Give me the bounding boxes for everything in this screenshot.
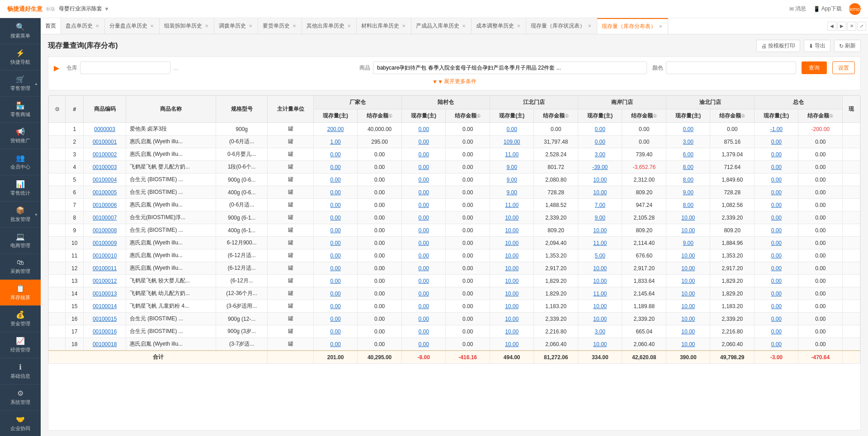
row-c2-qty[interactable]: 0.00 xyxy=(402,123,446,136)
row-c1-qty[interactable]: 0.00 xyxy=(314,173,358,186)
tab-10-close[interactable]: ✕ xyxy=(587,23,592,29)
search-expand-arrow[interactable]: ▶ xyxy=(54,64,59,72)
row-c4-qty[interactable]: 10.00 xyxy=(578,262,622,275)
row-c1-qty[interactable]: 200.00 xyxy=(314,123,358,136)
row-code[interactable]: 00100001 xyxy=(84,136,126,148)
row-code[interactable]: 00100011 xyxy=(84,262,126,275)
row-c3-qty[interactable]: 10.00 xyxy=(490,211,534,224)
row-c5-qty[interactable]: 6.00 xyxy=(666,148,710,161)
row-c5-qty[interactable]: 10.00 xyxy=(666,262,710,275)
row-c4-qty[interactable]: 3.00 xyxy=(578,325,622,338)
factory-amt-info[interactable]: ① xyxy=(388,113,392,118)
tab-11-close[interactable]: ✕ xyxy=(658,23,663,29)
row-c3-qty[interactable]: 109.00 xyxy=(490,136,534,148)
row-c1-qty[interactable]: 0.00 xyxy=(314,287,358,300)
row-c3-qty[interactable]: 0.00 xyxy=(490,123,534,136)
row-total-qty[interactable]: 0.00 xyxy=(755,313,798,325)
row-c3-qty[interactable]: 10.00 xyxy=(490,262,534,275)
row-code[interactable]: 00100007 xyxy=(84,211,126,224)
row-total-qty[interactable]: 0.00 xyxy=(755,275,798,287)
settings-btn[interactable]: 设置 xyxy=(832,61,855,74)
row-c1-qty[interactable]: 0.00 xyxy=(314,199,358,211)
goods-input[interactable] xyxy=(373,61,647,74)
tab-maximize-btn[interactable]: ⤢ xyxy=(857,22,866,31)
tab-7-close[interactable]: ✕ xyxy=(401,23,406,29)
sidebar-item-system[interactable]: ⚙ 系统管理 xyxy=(0,384,41,411)
row-code[interactable]: 00100006 xyxy=(84,199,126,211)
tab-8[interactable]: 产成品入库单历史 ✕ xyxy=(411,18,472,34)
warehouse-input[interactable] xyxy=(80,61,170,74)
sidebar-item-nav[interactable]: ⚡ 快捷导航 xyxy=(0,44,41,70)
sidebar-item-inventory[interactable]: 📋 库存核算 xyxy=(0,280,41,306)
warehouse-more-btn[interactable]: ... xyxy=(173,64,179,71)
row-c3-qty[interactable]: 9.00 xyxy=(490,161,534,173)
row-c4-qty[interactable]: 10.00 xyxy=(578,275,622,287)
row-c5-qty[interactable]: 8.00 xyxy=(666,199,710,211)
row-total-qty[interactable]: 0.00 xyxy=(755,136,798,148)
row-c1-qty[interactable]: 0.00 xyxy=(314,262,358,275)
row-c2-qty[interactable]: 0.00 xyxy=(402,300,446,313)
sidebar-item-purchase[interactable]: 🛍 采购管理 xyxy=(0,254,41,280)
gear-icon[interactable]: ⚙ xyxy=(55,106,60,113)
row-code[interactable]: 00100014 xyxy=(84,300,126,313)
tab-1[interactable]: 盘点单历史 ✕ xyxy=(61,18,105,34)
row-c3-qty[interactable]: 11.00 xyxy=(490,148,534,161)
row-total-qty[interactable]: 0.00 xyxy=(755,300,798,313)
table-scroll[interactable]: ⚙ # 商品编码 商品名称 规格型号 主计量单位 厂家仓 陆村仓 江北门店 南岸… xyxy=(48,95,860,430)
row-code[interactable]: 00100016 xyxy=(84,325,126,338)
app-download-btn[interactable]: 📱 App下载 xyxy=(813,5,842,13)
row-c2-qty[interactable]: 0.00 xyxy=(402,338,446,351)
row-c2-qty[interactable]: 0.00 xyxy=(402,199,446,211)
row-c4-qty[interactable]: 5.00 xyxy=(578,249,622,262)
row-c4-qty[interactable]: 0.00 xyxy=(578,123,622,136)
row-total-qty[interactable]: 0.00 xyxy=(755,287,798,300)
store-dropdown-arrow[interactable]: ▼ xyxy=(104,6,109,12)
sidebar-item-ecommerce[interactable]: 💻 电商管理 xyxy=(0,228,41,254)
row-c3-qty[interactable]: 11.00 xyxy=(490,199,534,211)
tab-4[interactable]: 调拨单历史 ✕ xyxy=(214,18,258,34)
row-c5-qty[interactable]: 10.00 xyxy=(666,275,710,287)
row-c2-qty[interactable]: 0.00 xyxy=(402,237,446,249)
row-c1-qty[interactable]: 0.00 xyxy=(314,275,358,287)
row-c4-qty[interactable]: 10.00 xyxy=(578,224,622,237)
sidebar-item-operations[interactable]: 📈 经营管理 xyxy=(0,332,41,358)
row-code[interactable]: 00100012 xyxy=(84,275,126,287)
row-c2-qty[interactable]: 0.00 xyxy=(402,287,446,300)
row-c5-qty[interactable]: 10.00 xyxy=(666,325,710,338)
row-c2-qty[interactable]: 0.00 xyxy=(402,173,446,186)
row-total-qty[interactable]: 0.00 xyxy=(755,262,798,275)
tab-5[interactable]: 要货单历史 ✕ xyxy=(258,18,302,34)
row-code[interactable]: 00100004 xyxy=(84,173,126,186)
tab-6[interactable]: 其他出库单历史 ✕ xyxy=(302,18,357,34)
sidebar-item-retail-stats[interactable]: 📊 零售统计 xyxy=(0,175,41,202)
row-c3-qty[interactable]: 9.00 xyxy=(490,173,534,186)
row-c5-qty[interactable]: 10.00 xyxy=(666,300,710,313)
row-c5-qty[interactable]: 10.00 xyxy=(666,338,710,351)
row-c1-qty[interactable]: 0.00 xyxy=(314,237,358,249)
row-code[interactable]: 00100008 xyxy=(84,224,126,237)
row-code[interactable]: 00100009 xyxy=(84,237,126,249)
row-code[interactable]: 00100002 xyxy=(84,148,126,161)
expand-conditions-btn[interactable]: ▼▼ 展开更多条件 xyxy=(432,78,476,85)
row-c5-qty[interactable]: 9.00 xyxy=(666,186,710,199)
row-c4-qty[interactable]: 11.00 xyxy=(578,237,622,249)
row-c2-qty[interactable]: 0.00 xyxy=(402,249,446,262)
refresh-btn[interactable]: ↻ 刷新 xyxy=(834,40,861,52)
tab-3[interactable]: 组装拆卸单历史 ✕ xyxy=(160,18,214,34)
row-c4-qty[interactable]: 10.00 xyxy=(578,173,622,186)
row-c4-qty[interactable]: 10.00 xyxy=(578,338,622,351)
row-total-qty[interactable]: 0.00 xyxy=(755,161,798,173)
tab-7[interactable]: 材料出库单历史 ✕ xyxy=(357,18,411,34)
row-c3-qty[interactable]: 10.00 xyxy=(490,237,534,249)
row-c1-qty[interactable]: 0.00 xyxy=(314,338,358,351)
row-code[interactable]: 0000003 xyxy=(84,123,126,136)
tab-1-close[interactable]: ✕ xyxy=(94,23,100,29)
row-c4-qty[interactable]: 0.00 xyxy=(578,136,622,148)
row-c4-qty[interactable]: 10.00 xyxy=(578,313,622,325)
tab-next-btn[interactable]: ▶ xyxy=(837,22,846,31)
row-code[interactable]: 00100013 xyxy=(84,287,126,300)
row-c2-qty[interactable]: 0.00 xyxy=(402,211,446,224)
row-c4-qty[interactable]: -39.00 xyxy=(578,161,622,173)
store-selector[interactable]: 母婴行业演示陈套 ▼ xyxy=(59,5,109,13)
tab-10[interactable]: 现存量（库存状况表） ✕ xyxy=(526,18,597,34)
